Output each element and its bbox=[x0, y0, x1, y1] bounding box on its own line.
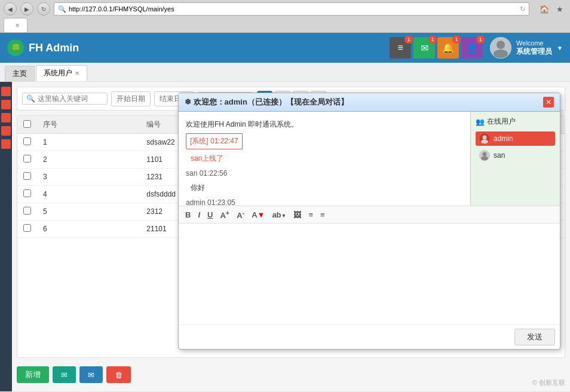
search-icon: 🔍 bbox=[58, 5, 66, 13]
chat-messages: 欢迎使用FH Admin 即时通讯系统。 [系统] 01:22:47 san上线… bbox=[179, 112, 470, 206]
sidebar-btn-1[interactable] bbox=[1, 87, 11, 96]
header-user[interactable]: Welcome 系统管理员 ▼ bbox=[490, 37, 563, 59]
row-checkbox-1[interactable] bbox=[23, 155, 31, 163]
svg-point-7 bbox=[483, 152, 487, 157]
start-date-input[interactable]: 开始日期 bbox=[111, 91, 151, 106]
menu-badge: 1 bbox=[404, 35, 413, 44]
logo-icon: 🍀 bbox=[7, 39, 24, 56]
app-tabs: 主页 系统用户 ✕ bbox=[0, 63, 570, 82]
add-btn[interactable]: 新增 bbox=[17, 366, 49, 383]
back-btn[interactable]: ◀ bbox=[4, 2, 17, 16]
highlight-btn[interactable]: ab▼ bbox=[270, 210, 288, 220]
svg-point-5 bbox=[481, 140, 488, 144]
sidebar-btn-2[interactable] bbox=[1, 100, 11, 109]
watermark: © 创新互联 bbox=[532, 378, 565, 387]
bell-badge: 1 bbox=[452, 35, 461, 44]
online-users-icon: 👥 bbox=[476, 118, 485, 126]
row-checkbox-0[interactable] bbox=[23, 137, 31, 145]
browser-chrome: ◀ ▶ ↻ 🔍 ↻ 🏠 ★ ✕ bbox=[0, 0, 570, 33]
bold-btn[interactable]: B bbox=[183, 210, 192, 220]
cell-seq-2: 3 bbox=[37, 169, 140, 186]
chat-online-panel: 👥 在线用户 admin san bbox=[470, 112, 560, 206]
system-msg-1-text: san上线了 bbox=[186, 152, 463, 166]
sidebar-btn-4[interactable] bbox=[1, 126, 11, 136]
chat-toolbar: B I U A+ A- A▼ ab▼ 🖼 ≡ ≡ bbox=[179, 206, 560, 223]
image-btn[interactable]: 🖼 bbox=[292, 210, 303, 220]
chat-header: ❄ 欢迎您：admin（已连接）【现在全局对话】 ✕ bbox=[179, 93, 560, 112]
san-msg-1-time: san 01:22:56 bbox=[186, 167, 463, 180]
send-btn[interactable]: 发送 bbox=[514, 329, 555, 345]
tab-home[interactable]: 主页 bbox=[5, 66, 35, 81]
menu-icon: ≡ bbox=[397, 42, 403, 53]
ol-btn[interactable]: ≡ bbox=[307, 210, 315, 220]
header-right: ≡ 1 ✉ 1 🔔 1 👤 1 Welcome 系统管理 bbox=[390, 37, 563, 59]
font-larger-btn[interactable]: A+ bbox=[218, 209, 231, 220]
user-info: Welcome 系统管理员 bbox=[516, 39, 552, 57]
italic-btn[interactable]: I bbox=[196, 210, 202, 220]
tab-system-user[interactable]: 系统用户 ✕ bbox=[36, 65, 87, 81]
online-title: 👥 在线用户 bbox=[476, 117, 555, 127]
sidebar-btn-5[interactable] bbox=[1, 139, 11, 149]
refresh-icon: ↻ bbox=[520, 5, 525, 13]
san-avatar bbox=[479, 150, 490, 161]
username-display: 系统管理员 bbox=[516, 47, 552, 57]
bottom-actions: 新增 ✉ ✉ 🗑 bbox=[17, 363, 565, 387]
online-title-label: 在线用户 bbox=[487, 117, 516, 127]
ul-btn[interactable]: ≡ bbox=[318, 210, 327, 220]
chat-footer: 发送 bbox=[179, 324, 560, 349]
search-input-wrap: 🔍 bbox=[22, 93, 108, 105]
bell-btn[interactable]: 🔔 1 bbox=[437, 37, 459, 59]
row-checkbox-3[interactable] bbox=[23, 189, 31, 197]
app-logo: 🍀 FH Admin bbox=[7, 39, 390, 56]
search-input[interactable] bbox=[38, 94, 103, 103]
admin-avatar bbox=[479, 133, 490, 144]
underline-btn[interactable]: U bbox=[206, 210, 214, 220]
row-checkbox-2[interactable] bbox=[23, 172, 31, 180]
chat-modal: ❄ 欢迎您：admin（已连接）【现在全局对话】 ✕ 欢迎使用FH Admin … bbox=[178, 93, 560, 350]
refresh-btn[interactable]: ↻ bbox=[37, 2, 50, 16]
col-seq: 序号 bbox=[37, 116, 140, 134]
admin-label: admin bbox=[494, 134, 513, 143]
cell-seq-0: 1 bbox=[37, 134, 140, 151]
sidebar-btn-3[interactable] bbox=[1, 113, 11, 122]
search-icon: 🔍 bbox=[26, 94, 35, 103]
select-all-checkbox[interactable] bbox=[23, 120, 31, 128]
home-icon[interactable]: 🏠 bbox=[538, 2, 551, 16]
browser-tab-fhadmin[interactable]: ✕ bbox=[4, 18, 27, 32]
font-color-btn[interactable]: A▼ bbox=[250, 210, 266, 220]
menu-btn[interactable]: ≡ 1 bbox=[390, 37, 411, 59]
san-label: san bbox=[494, 151, 505, 160]
tab-system-user-close-icon[interactable]: ✕ bbox=[75, 70, 79, 76]
user-purple-btn[interactable]: 👤 1 bbox=[461, 37, 483, 59]
address-input[interactable] bbox=[69, 5, 517, 13]
svg-point-4 bbox=[483, 136, 487, 140]
chat-input[interactable] bbox=[179, 223, 560, 324]
font-smaller-btn[interactable]: A- bbox=[235, 209, 246, 220]
admin-msg-1-time: admin 01:23:05 bbox=[186, 197, 463, 206]
user-icon: 👤 bbox=[466, 42, 478, 54]
forward-btn[interactable]: ▶ bbox=[20, 2, 33, 16]
tab-home-label: 主页 bbox=[13, 69, 27, 79]
mail2-btn[interactable]: ✉ bbox=[79, 366, 103, 383]
san-msg-1-text: 你好 bbox=[186, 182, 463, 195]
online-user-admin[interactable]: admin bbox=[476, 131, 555, 146]
bell-icon: 🔔 bbox=[442, 42, 454, 54]
bookmark-icon[interactable]: ★ bbox=[553, 2, 566, 16]
svg-point-1 bbox=[497, 41, 505, 49]
tab-close-icon[interactable]: ✕ bbox=[15, 22, 20, 29]
email-btn[interactable]: ✉ 1 bbox=[413, 37, 435, 59]
svg-point-2 bbox=[494, 50, 508, 58]
mail1-btn[interactable]: ✉ bbox=[53, 366, 76, 383]
online-user-san[interactable]: san bbox=[476, 148, 555, 163]
cell-seq-5: 6 bbox=[37, 220, 140, 238]
delete-btn[interactable]: 🗑 bbox=[106, 366, 131, 383]
row-checkbox-4[interactable] bbox=[23, 207, 31, 215]
chat-welcome-msg: 欢迎使用FH Admin 即时通讯系统。 bbox=[186, 118, 463, 131]
row-checkbox-5[interactable] bbox=[23, 224, 31, 232]
chat-body: 欢迎使用FH Admin 即时通讯系统。 [系统] 01:22:47 san上线… bbox=[179, 112, 560, 206]
dropdown-arrow-icon: ▼ bbox=[557, 45, 563, 51]
avatar bbox=[490, 37, 511, 59]
svg-point-8 bbox=[481, 157, 488, 161]
welcome-label: Welcome bbox=[516, 39, 552, 47]
chat-close-btn[interactable]: ✕ bbox=[543, 97, 554, 108]
